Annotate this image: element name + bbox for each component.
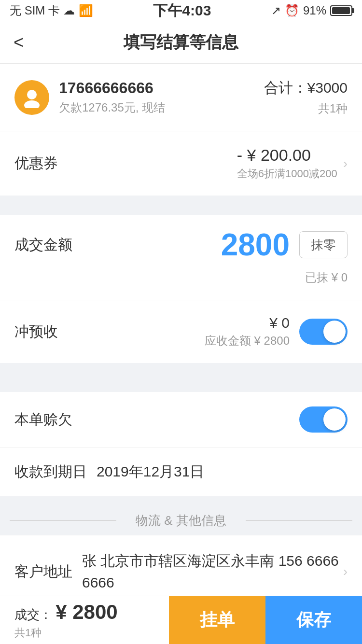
- prepay-value: ¥ 0 应收金额 ¥ 2800: [205, 315, 290, 349]
- customer-row: 17666666666 欠款1276.35元, 现结 合计：¥3000 共1种: [0, 64, 362, 131]
- chevron-right-icon: ›: [343, 156, 348, 171]
- due-date-value: 2019年12月31日: [97, 462, 204, 482]
- address-chevron-icon: ›: [343, 564, 348, 579]
- page-header: < 填写结算等信息: [0, 21, 362, 64]
- sim-label: 无 SIM 卡 ☁: [10, 3, 75, 18]
- customer-desc: 欠款1276.35元, 现结: [59, 100, 264, 115]
- own-debt-label: 本单赊欠: [14, 410, 72, 430]
- coupon-desc: 全场6折满1000减200: [237, 167, 337, 181]
- deal-amount-value: 2800: [221, 229, 290, 260]
- deal-amount-row: 成交金额 2800 抹零 已抹 ¥ 0: [0, 215, 362, 300]
- logistics-label: 物流 & 其他信息: [136, 512, 226, 529]
- hold-button[interactable]: 挂单: [169, 596, 265, 644]
- deal-amount-label: 成交金额: [14, 235, 72, 255]
- customer-phone: 17666666666: [59, 79, 264, 97]
- coupon-row[interactable]: 优惠券 - ¥ 200.00 全场6折满1000减200 ›: [0, 131, 362, 196]
- amount-row-right: 2800 抹零: [221, 229, 348, 260]
- alarm-icon: ⏰: [285, 4, 299, 17]
- back-button[interactable]: <: [14, 32, 24, 53]
- prepay-sub: 应收金额 ¥ 2800: [205, 333, 290, 349]
- coupon-right: - ¥ 200.00 全场6折满1000减200 ›: [237, 146, 348, 181]
- svg-point-1: [24, 100, 40, 108]
- total-amount: 合计：¥3000: [264, 78, 348, 98]
- amount-main-row: 成交金额 2800 抹零: [14, 229, 348, 260]
- divider-line-right: [246, 520, 352, 521]
- prepay-toggle[interactable]: [299, 319, 348, 345]
- logistics-divider: 物流 & 其他信息: [0, 506, 362, 535]
- bottom-deal-amount: ¥ 2800: [56, 601, 117, 623]
- due-date-label: 收款到期日: [14, 462, 87, 482]
- customer-amount: 合计：¥3000 共1种: [264, 78, 348, 116]
- battery-percent: 91%: [303, 4, 326, 17]
- prepay-amount: ¥ 0: [205, 315, 290, 331]
- own-debt-toggle[interactable]: [299, 406, 348, 433]
- round-button[interactable]: 抹零: [299, 231, 348, 258]
- amount-count: 共1种: [264, 101, 348, 116]
- prepay-label: 冲预收: [14, 322, 58, 342]
- address-value: 张 北京市市辖区海淀区永丰南 156 6666 6666: [82, 550, 343, 593]
- divider-2: [0, 373, 362, 382]
- wifi-icon: 📶: [79, 4, 93, 17]
- due-date-row: 收款到期日 2019年12月31日: [0, 447, 362, 496]
- status-right: ↗ ⏰ 91%: [271, 4, 352, 17]
- own-debt-knob: [323, 408, 346, 431]
- customer-section: 17666666666 欠款1276.35元, 现结 合计：¥3000 共1种 …: [0, 64, 362, 196]
- status-left: 无 SIM 卡 ☁ 📶: [10, 3, 93, 18]
- own-debt-row: 本单赊欠: [0, 382, 362, 447]
- own-debt-section: 本单赊欠 收款到期日 2019年12月31日: [0, 382, 362, 496]
- status-time: 下午4:03: [153, 1, 211, 21]
- svg-point-0: [27, 90, 37, 99]
- prepay-right: ¥ 0 应收金额 ¥ 2800: [205, 315, 348, 349]
- bottom-count: 共1种: [14, 626, 154, 640]
- bottom-deal-label: 成交：: [14, 607, 52, 622]
- save-button[interactable]: 保存: [265, 596, 362, 644]
- amount-section: 成交金额 2800 抹零 已抹 ¥ 0 冲预收 ¥ 0 应收金额 ¥ 2800: [0, 215, 362, 363]
- divider-line-left: [10, 520, 116, 521]
- customer-info: 17666666666 欠款1276.35元, 现结: [59, 79, 264, 115]
- avatar: [14, 80, 49, 115]
- divider-1: [0, 205, 362, 215]
- already-round-text: 已抹 ¥ 0: [14, 270, 348, 285]
- page-title: 填写结算等信息: [124, 31, 238, 54]
- location-icon: ↗: [271, 4, 281, 17]
- toggle-knob: [323, 321, 346, 343]
- status-bar: 无 SIM 卡 ☁ 📶 下午4:03 ↗ ⏰ 91%: [0, 0, 362, 21]
- coupon-discount: - ¥ 200.00: [237, 146, 337, 165]
- coupon-label: 优惠券: [14, 154, 58, 173]
- address-label: 客户地址: [14, 562, 72, 582]
- bottom-summary: 成交： ¥ 2800 共1种: [0, 601, 169, 640]
- bottom-bar: 成交： ¥ 2800 共1种 挂单 保存: [0, 596, 362, 644]
- battery-icon: [330, 5, 352, 16]
- prepay-row: 冲预收 ¥ 0 应收金额 ¥ 2800: [0, 300, 362, 363]
- bottom-deal-text: 成交： ¥ 2800: [14, 601, 154, 624]
